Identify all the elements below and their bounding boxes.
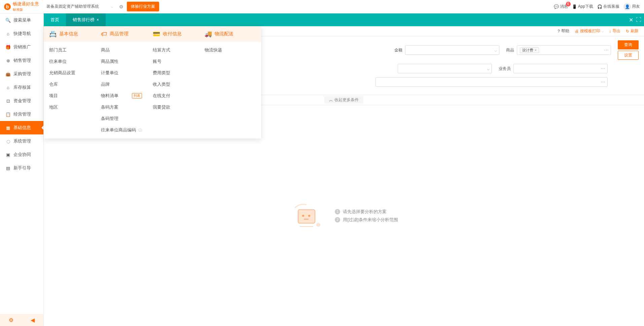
top-header: b 畅捷通好生意 标准版 装备及固定资产辅助管理系统 ⌵ ⚙ 体验行业方案 💬 …: [0, 0, 644, 13]
mega-item-loan[interactable]: 我要贷款: [147, 101, 199, 113]
mega-item-unit[interactable]: 计量单位: [96, 67, 147, 79]
close-all-icon[interactable]: ✕: [629, 17, 633, 23]
cart-icon: ⊕: [5, 58, 11, 63]
top-right-actions: 💬 消息 6 📱 App下载 🎧 在线客服 👤 用友: [554, 3, 640, 10]
gear-icon[interactable]: ⚙: [119, 4, 123, 9]
refresh-button[interactable]: ↻刷新: [626, 28, 639, 34]
tab-sales-ranking[interactable]: 销售排行榜 ×: [66, 13, 106, 26]
chevron-down-icon: ⌵: [602, 29, 604, 33]
svg-rect-0: [298, 210, 315, 223]
sidebar-item-system[interactable]: ◌系统管理: [0, 134, 43, 148]
amount-select-2[interactable]: ⌵: [398, 64, 492, 73]
mega-item-income-type[interactable]: 收入类型: [147, 79, 199, 90]
more-icon[interactable]: ⋯: [604, 47, 608, 53]
sidebar-item-funds[interactable]: ⊡资金管理: [0, 94, 43, 108]
empty-illustration: [290, 200, 327, 232]
more-icon[interactable]: ⋯: [601, 66, 605, 71]
chevron-down-icon: ⌵: [487, 66, 489, 71]
sidebar-item-marketing[interactable]: 🎁营销推广: [0, 40, 43, 54]
clipboard-icon: 📋: [5, 112, 11, 117]
chevron-up-icon: ︽: [329, 97, 333, 103]
close-icon[interactable]: ×: [97, 17, 99, 22]
mega-menu: 📇基本信息 🏷商品管理 💳收付信息 🚚物流配送 部门员工 往来单位 允销商品设置…: [44, 26, 261, 138]
sales-input[interactable]: ⋯: [513, 64, 608, 73]
tag-close-icon[interactable]: ×: [535, 48, 537, 52]
system-selector[interactable]: 装备及固定资产辅助管理系统 ⌵: [44, 4, 116, 9]
mega-item-bom[interactable]: 物料清单列表: [96, 90, 147, 101]
mega-item-settlement[interactable]: 结算方式: [147, 44, 199, 56]
online-service-button[interactable]: 🎧 在线客服: [597, 4, 619, 9]
export-button[interactable]: ↓导出: [609, 28, 620, 34]
mega-item-barcode-mgmt[interactable]: 条码管理: [96, 113, 147, 124]
mega-item-partner-goods-code[interactable]: 往来单位商品编码ⓘ: [96, 124, 147, 136]
mega-item-goods-attr[interactable]: 商品属性: [96, 56, 147, 67]
mega-col-product: 商品 商品属性 计量单位 品牌 物料清单列表 条码方案 条码管理 往来单位商品编…: [96, 42, 147, 138]
mega-item-region[interactable]: 地区: [44, 101, 96, 113]
sidebar-bottom: ⚙ ◀: [0, 314, 43, 326]
settings-button[interactable]: 设置: [618, 51, 639, 60]
sidebar-item-inventory[interactable]: ⌂库存核算: [0, 81, 43, 94]
search-icon: 🔍: [5, 17, 11, 23]
product-tag: 设计费×: [520, 47, 539, 53]
try-industry-button[interactable]: 体验行业方案: [127, 2, 159, 11]
collapse-icon[interactable]: ◀: [31, 317, 35, 323]
mega-item-partner[interactable]: 往来单位: [44, 56, 96, 67]
app-download-button[interactable]: 📱 App下载: [572, 4, 593, 9]
product-input[interactable]: 设计费× ⋯: [517, 45, 611, 55]
sidebar-item-sales[interactable]: ⊕销售管理: [0, 54, 43, 67]
empty-steps: 1请先选择要分析的方案 2用[过滤]条件来缩小分析范围: [335, 207, 398, 225]
sidebar-item-business[interactable]: 📋经营管理: [0, 108, 43, 121]
fullscreen-icon[interactable]: ⛶: [636, 17, 641, 23]
mega-item-account[interactable]: 账号: [147, 56, 199, 67]
mega-header-logistics: 🚚物流配送: [199, 26, 261, 42]
refresh-icon: ↻: [626, 29, 629, 34]
messages-button[interactable]: 💬 消息 6: [554, 4, 568, 9]
help-icon[interactable]: ⓘ: [138, 128, 142, 133]
extra-input[interactable]: ⋯: [375, 77, 608, 87]
sidebar-item-search[interactable]: 🔍搜索菜单: [0, 13, 43, 27]
mega-item-barcode-plan[interactable]: 条码方案: [96, 101, 147, 113]
settings-icon[interactable]: ⚙: [9, 317, 13, 323]
mega-item-goods[interactable]: 商品: [96, 44, 147, 56]
amount-select[interactable]: ⌵: [405, 45, 499, 55]
tabs-bar: 首页 销售排行榜 × ✕ ⛶: [44, 13, 644, 26]
mega-item-project[interactable]: 项目: [44, 90, 96, 101]
sidebar: 🔍搜索菜单 ⌂快捷导航 🎁营销推广 ⊕销售管理 👜采购管理 ⌂库存核算 ⊡资金管…: [0, 13, 44, 326]
mega-item-dept[interactable]: 部门员工: [44, 44, 96, 56]
mega-item-sellable[interactable]: 允销商品设置: [44, 67, 96, 79]
sidebar-item-guide[interactable]: ▤新手引导: [0, 161, 43, 175]
tab-home[interactable]: 首页: [44, 13, 66, 26]
export-icon: ↓: [609, 29, 611, 34]
system-icon: ◌: [5, 138, 11, 144]
system-name: 装备及固定资产辅助管理系统: [46, 4, 99, 9]
messages-badge: 6: [566, 2, 571, 6]
mega-item-express[interactable]: 物流快递: [199, 44, 261, 56]
payment-icon: 💳: [153, 30, 160, 38]
home-icon: ⌂: [5, 31, 11, 36]
mega-col-logistics: 物流快递: [199, 42, 261, 138]
mega-item-expense-type[interactable]: 费用类型: [147, 67, 199, 79]
gift-icon: 🎁: [5, 44, 11, 50]
sidebar-item-collab[interactable]: ▣企业协同: [0, 148, 43, 161]
sidebar-item-basicinfo[interactable]: ▦基础信息: [0, 121, 43, 134]
logo-section: b 畅捷通好生意 标准版: [4, 1, 44, 12]
query-button[interactable]: 查询: [618, 40, 639, 49]
mega-col-basic: 部门员工 往来单位 允销商品设置 仓库 项目 地区: [44, 42, 96, 138]
filter-label-product: 商品: [506, 47, 514, 53]
mega-item-warehouse[interactable]: 仓库: [44, 79, 96, 90]
warehouse-icon: ⌂: [5, 85, 11, 90]
product-icon: 🏷: [101, 31, 107, 38]
chevron-down-icon: ⌵: [111, 5, 113, 8]
truck-icon: 🚚: [205, 30, 212, 38]
user-menu[interactable]: 👤 用友: [623, 3, 640, 10]
sidebar-item-quicknav[interactable]: ⌂快捷导航: [0, 27, 43, 40]
help-button[interactable]: ?帮助: [558, 28, 569, 34]
logo-icon: b: [4, 3, 11, 10]
mega-header-basic: 📇基本信息: [44, 26, 96, 42]
mega-item-online-pay[interactable]: 在线支付: [147, 90, 199, 101]
mega-item-brand[interactable]: 品牌: [96, 79, 147, 90]
sidebar-item-purchase[interactable]: 👜采购管理: [0, 67, 43, 81]
mega-header-product: 🏷商品管理: [96, 26, 147, 42]
print-button[interactable]: 🖨按模板打印⌵: [575, 28, 604, 34]
more-icon[interactable]: ⋯: [601, 79, 605, 85]
